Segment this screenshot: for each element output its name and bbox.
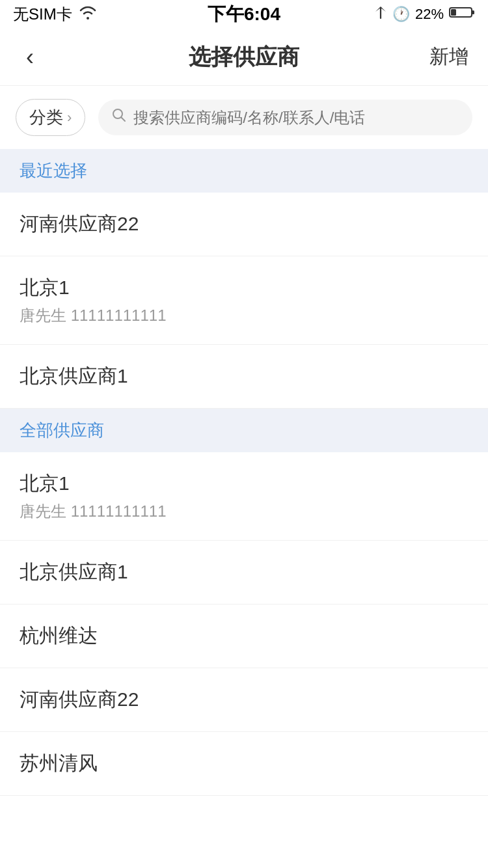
item-name: 北京供应商1 [20,363,468,390]
add-button[interactable]: 新增 [429,44,468,70]
location-icon [374,5,387,23]
all-list-item[interactable]: 北京供应商1 [0,541,488,604]
svg-line-4 [122,118,126,122]
filter-bar: 分类 › [0,86,488,149]
item-name: 苏州清风 [20,750,468,777]
all-list-item[interactable]: 河南供应商22 [0,668,488,732]
status-time: 下午6:04 [208,2,280,27]
item-name: 河南供应商22 [20,686,468,713]
item-name: 北京1 [20,470,468,497]
status-right: 🕐 22% [374,5,475,23]
item-sub: 唐先生 11111111111 [20,501,468,522]
chevron-right-icon: › [67,109,72,126]
item-name: 北京供应商1 [20,559,468,586]
recent-section-label: 最近选择 [20,161,87,180]
all-section-label: 全部供应商 [20,420,104,440]
item-name: 杭州维达 [20,623,468,649]
battery-text: 22% [415,6,444,23]
search-box [98,100,472,135]
category-label: 分类 [29,106,63,129]
all-list: 北京1唐先生 11111111111北京供应商1杭州维达河南供应商22苏州清风 [0,452,488,796]
item-sub: 唐先生 11111111111 [20,305,468,326]
category-filter[interactable]: 分类 › [16,99,85,136]
wifi-icon [79,5,97,23]
all-list-item[interactable]: 北京1唐先生 11111111111 [0,452,488,541]
alarm-icon: 🕐 [392,6,410,23]
item-name: 北京1 [20,275,468,301]
search-input[interactable] [133,109,459,127]
svg-rect-1 [472,10,474,14]
status-bar: 无SIM卡 下午6:04 🕐 22% [0,0,488,29]
carrier-text: 无SIM卡 [13,4,72,25]
all-list-item[interactable]: 杭州维达 [0,604,488,668]
recent-list-item[interactable]: 北京供应商1 [0,345,488,409]
back-button[interactable]: ‹ [20,37,40,77]
all-list-item[interactable]: 苏州清风 [0,732,488,796]
recent-list: 河南供应商22北京1唐先生 11111111111北京供应商1 [0,193,488,409]
all-section-header: 全部供应商 [0,409,488,452]
page-title: 选择供应商 [189,42,299,72]
nav-bar: ‹ 选择供应商 新增 [0,29,488,86]
status-left: 无SIM卡 [13,4,97,25]
recent-list-item[interactable]: 北京1唐先生 11111111111 [0,256,488,345]
battery-icon [449,6,475,23]
item-name: 河南供应商22 [20,211,468,237]
recent-list-item[interactable]: 河南供应商22 [0,193,488,256]
svg-rect-2 [451,9,456,16]
search-icon [111,107,127,128]
recent-section-header: 最近选择 [0,149,488,193]
